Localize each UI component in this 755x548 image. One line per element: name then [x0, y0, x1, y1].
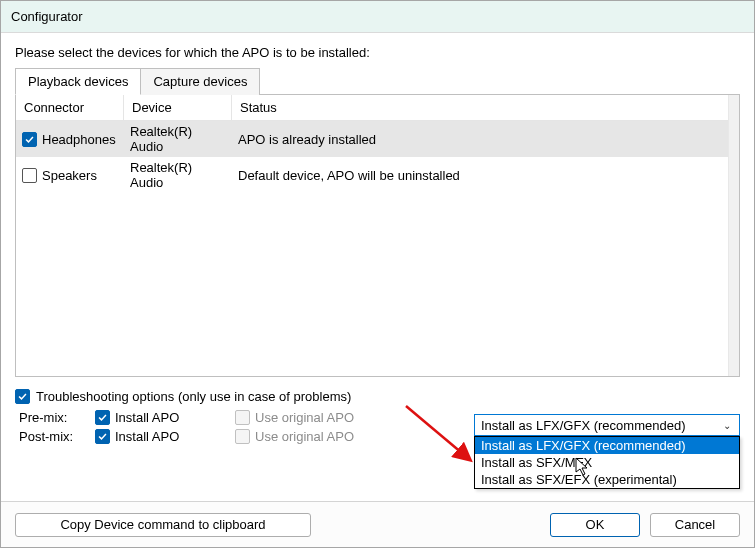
postmix-label: Post-mix:: [19, 429, 85, 444]
premix-original-label: Use original APO: [255, 410, 354, 425]
postmix-install-checkbox[interactable]: [95, 429, 110, 444]
premix-label: Pre-mix:: [19, 410, 85, 425]
connector-name: Speakers: [42, 168, 97, 183]
vertical-scrollbar[interactable]: [728, 95, 739, 376]
tab-playback-devices[interactable]: Playback devices: [15, 68, 141, 95]
column-header-connector[interactable]: Connector: [16, 95, 124, 121]
table-row[interactable]: Speakers Realtek(R) Audio Default device…: [16, 157, 739, 193]
device-checkbox[interactable]: [22, 132, 37, 147]
dropdown-option[interactable]: Install as LFX/GFX (recommended): [475, 437, 739, 454]
device-status: Default device, APO will be uninstalled: [232, 165, 739, 186]
premix-install-label: Install APO: [115, 410, 179, 425]
device-name: Realtek(R) Audio: [124, 121, 232, 157]
dropdown-option[interactable]: Install as SFX/MFX: [475, 454, 739, 471]
ok-button[interactable]: OK: [550, 513, 640, 537]
troubleshoot-checkbox[interactable]: [15, 389, 30, 404]
chevron-down-icon: ⌄: [723, 420, 733, 431]
postmix-original-label: Use original APO: [255, 429, 354, 444]
device-checkbox[interactable]: [22, 168, 37, 183]
premix-install-checkbox[interactable]: [95, 410, 110, 425]
tab-capture-label: Capture devices: [153, 74, 247, 89]
postmix-original-checkbox: [235, 429, 250, 444]
postmix-install-label: Install APO: [115, 429, 179, 444]
copy-device-command-button[interactable]: Copy Device command to clipboard: [15, 513, 311, 537]
cancel-button[interactable]: Cancel: [650, 513, 740, 537]
column-header-device[interactable]: Device: [124, 95, 232, 121]
instruction-text: Please select the devices for which the …: [15, 45, 740, 60]
title-bar: Configurator: [1, 1, 754, 33]
tab-capture-devices[interactable]: Capture devices: [140, 68, 260, 95]
dropdown-selected-value: Install as LFX/GFX (recommended): [481, 418, 685, 433]
tab-playback-label: Playback devices: [28, 74, 128, 89]
copy-button-label: Copy Device command to clipboard: [60, 517, 265, 532]
install-mode-dropdown[interactable]: Install as LFX/GFX (recommended) ⌄: [474, 414, 740, 436]
premix-original-checkbox: [235, 410, 250, 425]
dropdown-options-list: Install as LFX/GFX (recommended) Install…: [474, 436, 740, 489]
table-row[interactable]: Headphones Realtek(R) Audio APO is alrea…: [16, 121, 739, 157]
cancel-button-label: Cancel: [675, 517, 715, 532]
device-status: APO is already installed: [232, 129, 739, 150]
troubleshoot-label: Troubleshooting options (only use in cas…: [36, 389, 351, 404]
dropdown-option[interactable]: Install as SFX/EFX (experimental): [475, 471, 739, 488]
column-header-status[interactable]: Status: [232, 95, 739, 121]
device-name: Realtek(R) Audio: [124, 157, 232, 193]
connector-name: Headphones: [42, 132, 116, 147]
ok-button-label: OK: [586, 517, 605, 532]
device-table: Connector Device Status Headphones Realt…: [15, 95, 740, 377]
window-title: Configurator: [11, 9, 83, 24]
